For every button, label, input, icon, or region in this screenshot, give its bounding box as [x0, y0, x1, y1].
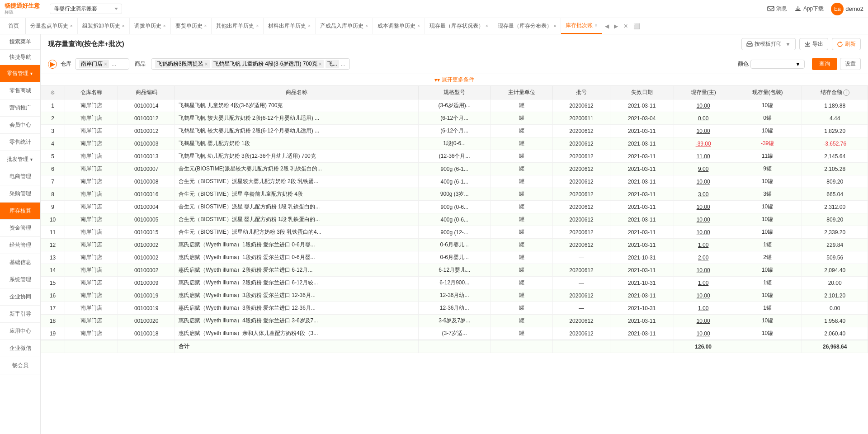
tab-close-icon[interactable]: ×	[256, 24, 259, 28]
tab-close-icon[interactable]: ×	[308, 24, 311, 28]
footer-empty1	[41, 340, 65, 353]
tab-close-icon[interactable]: ×	[417, 24, 420, 28]
sidebar-item-pifaguanli[interactable]: 批发管理 ▼	[0, 151, 40, 168]
btn-query[interactable]: 查询	[812, 58, 837, 70]
product-tag2-close[interactable]: ×	[319, 61, 322, 67]
cell-qty-main[interactable]: 2.00	[674, 251, 733, 264]
cell-spec: 6-12月婴儿...	[419, 264, 491, 277]
warehouse-filter-input[interactable]: 南岸门店 × ...	[75, 58, 129, 70]
tab-kucunpicizhang[interactable]: 库存批次账×	[561, 18, 602, 34]
tab-close-icon[interactable]: ×	[486, 24, 488, 28]
sidebar-quicknav[interactable]: 快捷导航	[0, 50, 40, 65]
workspace-selector[interactable]: 母婴行业演示账套	[50, 4, 122, 14]
tab-yaohuo[interactable]: 要货单历史×	[171, 18, 212, 34]
sidebar-item-jichuxinxi[interactable]: 基础信息	[0, 254, 40, 271]
sidebar-item-yingxiaotuiguang[interactable]: 营销推广	[0, 99, 40, 117]
product-filter-input[interactable]: 飞鹤奶粉3段两提装 × 飞鹤星飞帆 儿童奶粉 4段(3-6岁适用) 700克 ×…	[151, 58, 350, 70]
cell-qty-main[interactable]: 1.00	[674, 277, 733, 289]
color-dropdown-icon[interactable]: ▼	[795, 61, 801, 67]
cell-qty-main[interactable]: 10.00	[674, 213, 733, 226]
cell-qty-main[interactable]: 0.00	[674, 112, 733, 125]
tab-home[interactable]: 首页	[2, 18, 26, 34]
tab-close-icon[interactable]: ×	[122, 24, 125, 28]
cell-qty-main[interactable]: 10.00	[674, 99, 733, 112]
tab-close-icon[interactable]: ×	[594, 23, 597, 28]
tab-diaobodian[interactable]: 调拨单历史×	[130, 18, 171, 34]
sidebar-item-zijinguanli[interactable]: 资金管理	[0, 220, 40, 237]
tab-chanchengpinruku[interactable]: 产成品入库单历史×	[316, 18, 373, 34]
warehouse-tag-close[interactable]: ×	[104, 61, 107, 67]
color-filter-input[interactable]: ▼	[750, 60, 805, 69]
col-settings[interactable]: ⚙	[41, 86, 65, 99]
tab-maximize-btn[interactable]: ⬜	[631, 18, 642, 34]
cell-batch: 20200612	[553, 327, 610, 340]
cell-qty-main[interactable]: 9.00	[674, 163, 733, 175]
cell-qty-main[interactable]: 1.00	[674, 302, 733, 315]
message-btn[interactable]: 消息	[767, 5, 787, 13]
sidebar-item-xinshoudaoyou[interactable]: 新手引导	[0, 306, 40, 323]
sidebar-item-qiyeweixin[interactable]: 企业微信	[0, 340, 40, 357]
tab-close-icon[interactable]: ×	[554, 24, 557, 28]
sidebar-item-yingyongzhongxin[interactable]: 应用中心	[0, 323, 40, 340]
cell-spec: 3-6岁及7岁...	[419, 315, 491, 327]
tab-qitachuku[interactable]: 其他出库单历史×	[212, 18, 264, 34]
footer-total-amount: 26,968.64	[802, 340, 868, 353]
btn-refresh[interactable]: 刷新	[832, 38, 861, 50]
cell-code: 00100019	[118, 289, 175, 302]
sidebar-item-changyuanvip[interactable]: 畅会员	[0, 357, 40, 374]
table-container: ⚙ 仓库名称 商品编码 商品名称 规格型号 主计量单位 批号 失效日期 现存量(…	[41, 86, 868, 434]
tab-close-icon[interactable]: ×	[365, 24, 368, 28]
cell-qty-main[interactable]: 11.00	[674, 150, 733, 163]
cell-qty-main[interactable]: 10.00	[674, 125, 733, 137]
warehouse-ellipsis[interactable]: ...	[112, 61, 116, 67]
tab-close-icon[interactable]: ×	[204, 24, 207, 28]
btn-export[interactable]: 导出	[799, 38, 828, 50]
cell-qty-main[interactable]: 10.00	[674, 327, 733, 340]
cell-qty-main[interactable]: 10.00	[674, 315, 733, 327]
expand-filter-btn[interactable]: ▶	[48, 60, 57, 69]
footer-empty3	[118, 340, 175, 353]
tab-close-icon[interactable]: ×	[70, 24, 73, 28]
tab-prev-btn[interactable]: ◀	[602, 18, 611, 34]
app-download-btn[interactable]: App下载	[794, 5, 824, 13]
tab-fenliangpandian[interactable]: 分量盘点单历史×	[26, 18, 78, 34]
cell-qty-pkg: 10罐	[733, 226, 802, 239]
sidebar-item-huiyuanzhongxin[interactable]: 会员中心	[0, 117, 40, 134]
sidebar-item-jingyingguanli[interactable]: 经营管理	[0, 237, 40, 254]
sidebar-item-xitonguanli[interactable]: 系统管理	[0, 271, 40, 288]
top-right: 消息 App下载 Ea demo2	[767, 3, 863, 15]
sidebar-item-lingshiguanli[interactable]: 零售管理 ▼	[0, 65, 40, 82]
tab-close-icon[interactable]: ×	[163, 24, 166, 28]
cell-qty-main[interactable]: 3.00	[674, 188, 733, 201]
settings-icon[interactable]: ⚙	[50, 90, 55, 96]
sidebar-search[interactable]: 搜索菜单	[0, 34, 40, 50]
sidebar-item-kucunhesuan[interactable]: 库存核算	[0, 203, 40, 220]
tab-next-btn[interactable]: ▶	[611, 18, 620, 34]
cell-qty-main[interactable]: 10.00	[674, 175, 733, 188]
btn-template-print[interactable]: 按模板打印 ▼	[741, 38, 796, 50]
sidebar-item-dianshanguanli[interactable]: 电商管理	[0, 168, 40, 185]
cell-qty-main[interactable]: 10.00	[674, 226, 733, 239]
expand-more-btn[interactable]: ▾▾ 展开更多条件	[434, 76, 474, 84]
tab-xiancunliang-fenbu[interactable]: 现存量（库存分布表）×	[493, 18, 561, 34]
cell-qty-main[interactable]: 10.00	[674, 201, 733, 213]
btn-settings[interactable]: 设置	[840, 58, 861, 70]
user-area[interactable]: Ea demo2	[831, 3, 863, 15]
cell-qty-main[interactable]: 1.00	[674, 239, 733, 251]
template-dropdown-icon[interactable]: ▼	[785, 41, 791, 47]
product-tag1-close[interactable]: ×	[205, 61, 208, 67]
tab-zuzhuangchaijian[interactable]: 组装拆卸单历史×	[78, 18, 130, 34]
tab-xiancunliang-kucun[interactable]: 现存量（库存状况表）×	[425, 18, 493, 34]
tab-close-all-btn[interactable]: ×	[620, 18, 631, 34]
sidebar-item-caigouguanli[interactable]: 采购管理	[0, 185, 40, 203]
amount-info-icon[interactable]: i	[843, 90, 849, 96]
tab-cailiaochuku[interactable]: 材料出库单历史×	[264, 18, 316, 34]
tab-chenbenzhengdan[interactable]: 成本调整单历史×	[373, 18, 425, 34]
cell-qty-main[interactable]: 10.00	[674, 264, 733, 277]
cell-qty-main[interactable]: -39.00	[674, 137, 733, 150]
sidebar-item-qiyexietong[interactable]: 企业协同	[0, 288, 40, 306]
sidebar-item-lingshishangcheng[interactable]: 零售商城	[0, 82, 40, 99]
product-ellipsis[interactable]: ...	[341, 61, 345, 67]
sidebar-item-lingshitongji[interactable]: 零售统计	[0, 134, 40, 151]
cell-qty-main[interactable]: 10.00	[674, 289, 733, 302]
